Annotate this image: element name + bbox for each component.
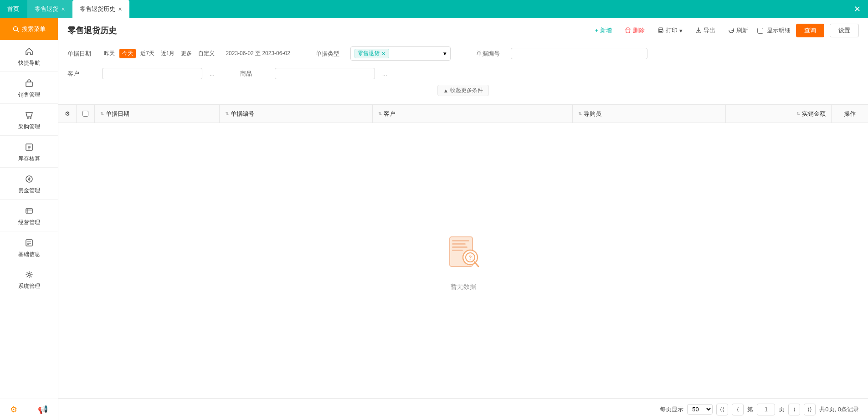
- sidebar: 搜索菜单 快捷导航 销售管理: [0, 18, 58, 420]
- collapse-button[interactable]: ▲ 收起更多条件: [437, 85, 489, 96]
- last-page-button[interactable]: ⟩⟩: [804, 404, 816, 415]
- th-customer-label: 客户: [384, 110, 395, 118]
- page-size-select[interactable]: 10 20 50 100: [687, 404, 713, 415]
- new-button-label: + 新增: [595, 26, 612, 35]
- svg-rect-13: [26, 240, 32, 246]
- doc-type-select[interactable]: 零售退货 ✕ ▾: [350, 46, 451, 61]
- sidebar-item-sales-mgmt[interactable]: 销售管理: [0, 72, 58, 104]
- sidebar-item-system-mgmt-label: 系统管理: [18, 282, 40, 290]
- content-area: 零售退货历史 + 新增 删除: [58, 18, 868, 420]
- shortcut-more[interactable]: 更多: [179, 49, 194, 58]
- filter-row-2: 客户 ... 商品 ...: [67, 64, 859, 83]
- settings-icon[interactable]: ⚙: [10, 405, 17, 415]
- tab-retail-return-history-close[interactable]: ✕: [118, 6, 122, 12]
- svg-rect-26: [452, 246, 467, 248]
- tab-retail-return-history[interactable]: 零售退货历史 ✕: [72, 0, 129, 18]
- th-guide-label: 导购员: [584, 110, 601, 118]
- customer-label: 客户: [67, 70, 95, 78]
- show-detail-checkbox[interactable]: [757, 28, 763, 34]
- sort-date-icon: ⇅: [100, 111, 104, 116]
- refresh-button[interactable]: 刷新: [724, 25, 752, 36]
- first-page-button[interactable]: ⟨⟨: [716, 404, 728, 415]
- sidebar-item-system-mgmt[interactable]: 系统管理: [0, 263, 58, 295]
- sidebar-item-finance-mgmt-label: 资金管理: [18, 187, 40, 195]
- tab-retail-return[interactable]: 零售退货 ✕: [27, 0, 72, 18]
- purchase-icon: [24, 110, 34, 120]
- shortcut-yesterday[interactable]: 昨天: [102, 49, 117, 58]
- th-date-label: 单据日期: [106, 110, 129, 118]
- main-layout: 搜索菜单 快捷导航 销售管理: [0, 18, 868, 420]
- customer-input[interactable]: [102, 68, 202, 79]
- page-header: 零售退货历史 + 新增 删除: [58, 18, 868, 105]
- export-button[interactable]: 导出: [692, 25, 719, 36]
- tab-home[interactable]: 首页: [0, 0, 26, 18]
- sidebar-item-quick-nav[interactable]: 快捷导航: [0, 40, 58, 72]
- filter-area: 单据日期 昨天 今天 近7天 近1月 更多 自定义 2023-06-02 至 2…: [67, 43, 859, 104]
- shortcut-7days[interactable]: 近7天: [139, 49, 156, 58]
- doc-no-input[interactable]: [511, 48, 647, 59]
- page-label: 第: [747, 405, 753, 414]
- th-gear[interactable]: ⚙: [58, 105, 77, 123]
- svg-point-22: [659, 30, 660, 31]
- tab-retail-return-label: 零售退货: [35, 5, 58, 13]
- delete-button[interactable]: 删除: [621, 25, 648, 36]
- export-icon: [695, 27, 702, 34]
- finance-icon: [24, 174, 34, 184]
- filter-row-1: 单据日期 昨天 今天 近7天 近1月 更多 自定义 2023-06-02 至 2…: [67, 43, 859, 64]
- th-op: 操作: [832, 105, 868, 123]
- sidebar-item-ops-mgmt[interactable]: 经营管理: [0, 200, 58, 231]
- sidebar-item-quick-nav-label: 快捷导航: [18, 59, 40, 67]
- th-guide[interactable]: ⇅ 导购员: [573, 105, 726, 123]
- tab-home-label: 首页: [7, 5, 19, 13]
- select-all-checkbox[interactable]: [82, 111, 88, 117]
- prev-page-button[interactable]: ⟨: [732, 404, 744, 415]
- th-date[interactable]: ⇅ 单据日期: [95, 105, 220, 123]
- print-icon: [657, 27, 664, 34]
- sidebar-item-base-info-label: 基础信息: [18, 251, 40, 258]
- close-window-button[interactable]: ✕: [854, 5, 861, 13]
- speaker-icon[interactable]: 📢: [38, 405, 48, 415]
- page-title: 零售退货历史: [67, 25, 117, 36]
- sidebar-item-inventory[interactable]: 库存核算: [0, 136, 58, 168]
- svg-rect-24: [452, 240, 469, 241]
- page-title-row: 零售退货历史 + 新增 删除: [67, 24, 859, 37]
- doc-type-tag-remove[interactable]: ✕: [381, 51, 386, 57]
- th-no[interactable]: ⇅ 单据编号: [220, 105, 373, 123]
- th-amount[interactable]: ⇅ 实销金额: [726, 105, 832, 123]
- export-button-label: 导出: [704, 26, 715, 35]
- home-icon: [24, 46, 34, 56]
- sidebar-item-base-info[interactable]: 基础信息: [0, 231, 58, 263]
- sidebar-search[interactable]: 搜索菜单: [0, 18, 58, 40]
- top-bar-right: ✕: [854, 0, 868, 18]
- new-button[interactable]: + 新增: [591, 25, 616, 36]
- date-label: 单据日期: [67, 50, 95, 58]
- svg-line-1: [17, 31, 19, 32]
- goods-ellipsis: ...: [382, 70, 387, 77]
- th-customer[interactable]: ⇅ 客户: [373, 105, 573, 123]
- page-number-input[interactable]: [757, 404, 775, 415]
- doc-type-chevron-icon: ▾: [443, 50, 447, 57]
- sales-icon: [24, 78, 34, 88]
- date-range: 2023-06-02 至 2023-06-02: [226, 50, 290, 57]
- th-checkbox[interactable]: [77, 105, 95, 123]
- shortcut-custom[interactable]: 自定义: [196, 49, 216, 58]
- print-button[interactable]: 打印 ▾: [654, 25, 686, 36]
- sidebar-item-ops-mgmt-label: 经营管理: [18, 219, 40, 226]
- next-page-button[interactable]: ⟩: [788, 404, 800, 415]
- doc-type-tag: 零售退货 ✕: [354, 49, 389, 58]
- shortcut-today[interactable]: 今天: [119, 49, 136, 58]
- sidebar-item-finance-mgmt[interactable]: 资金管理: [0, 168, 58, 200]
- date-shortcuts: 昨天 今天 近7天 近1月 更多 自定义: [102, 49, 216, 58]
- sidebar-item-purchase-mgmt[interactable]: 采购管理: [0, 104, 58, 136]
- tab-retail-return-close[interactable]: ✕: [61, 6, 65, 12]
- doc-type-tag-text: 零售退货: [358, 50, 380, 57]
- customer-ellipsis: ...: [210, 70, 215, 77]
- query-button-label: 查询: [804, 27, 816, 34]
- print-button-label: 打印: [666, 26, 678, 35]
- settings-filter-button[interactable]: 设置: [830, 24, 859, 37]
- shortcut-1month[interactable]: 近1月: [159, 49, 177, 58]
- sidebar-bottom: ⚙ 📢: [0, 399, 58, 420]
- query-button[interactable]: 查询: [796, 24, 824, 37]
- empty-state: ? 暂无数据: [58, 123, 868, 398]
- goods-input[interactable]: [275, 68, 375, 79]
